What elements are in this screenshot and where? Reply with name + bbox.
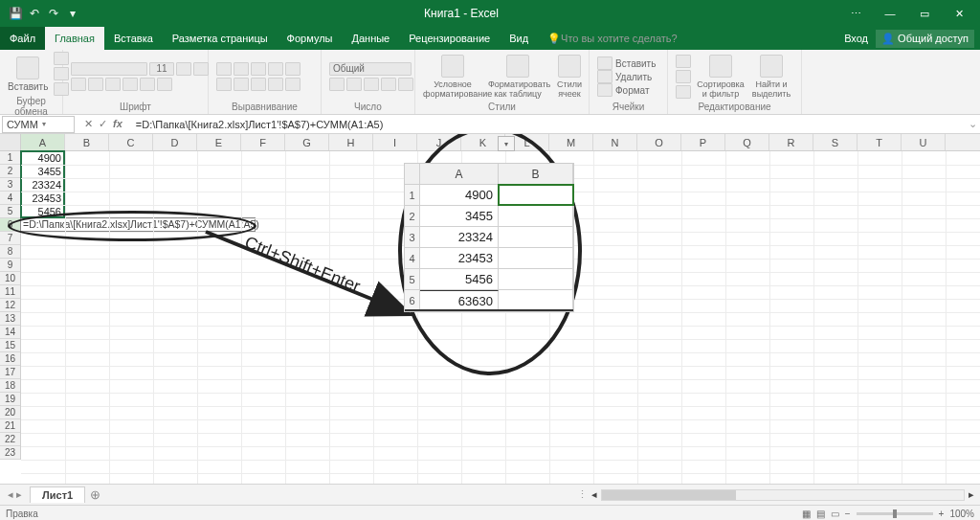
close-button[interactable]: ✕ bbox=[946, 4, 972, 23]
find-select-button[interactable]: Найти и выделить bbox=[750, 55, 792, 99]
row-header[interactable]: 12 bbox=[0, 299, 20, 312]
h-scroll-thumb[interactable] bbox=[602, 490, 736, 500]
row-header[interactable]: 18 bbox=[0, 379, 20, 393]
comma-icon[interactable] bbox=[364, 78, 379, 91]
fill-color-icon[interactable] bbox=[140, 78, 155, 91]
worksheet[interactable]: A B C D E F G H I J K L M N O P Q R S T … bbox=[0, 134, 980, 484]
decrease-decimal-icon[interactable] bbox=[398, 78, 413, 91]
tab-home[interactable]: Главная bbox=[45, 27, 104, 50]
view-page-layout-icon[interactable]: ▤ bbox=[816, 509, 825, 519]
signin-link[interactable]: Вход bbox=[844, 33, 868, 44]
col-header[interactable]: H bbox=[329, 134, 373, 150]
inset-rh[interactable]: 5 bbox=[405, 269, 420, 289]
inset-b2[interactable] bbox=[499, 206, 573, 226]
qat-dropdown-icon[interactable]: ▾ bbox=[65, 6, 80, 21]
clear-icon[interactable] bbox=[676, 85, 691, 99]
save-icon[interactable]: 💾 bbox=[8, 6, 23, 21]
fill-icon[interactable] bbox=[676, 70, 691, 83]
inset-a4[interactable]: 23453 bbox=[420, 248, 499, 268]
view-page-break-icon[interactable]: ▭ bbox=[831, 509, 839, 519]
row-header[interactable]: 22 bbox=[0, 433, 20, 446]
col-header[interactable]: M bbox=[549, 134, 593, 150]
bold-icon[interactable] bbox=[71, 78, 86, 91]
scroll-left-icon[interactable]: ◂ bbox=[591, 488, 597, 501]
cell-styles-button[interactable]: Стили ячеек bbox=[553, 55, 586, 99]
enter-formula-icon[interactable]: ✓ bbox=[99, 118, 107, 130]
number-format-combo[interactable]: Общий bbox=[329, 62, 412, 76]
tab-data[interactable]: Данные bbox=[342, 27, 399, 50]
inset-col-a[interactable]: A bbox=[420, 164, 499, 184]
wrap-text-icon[interactable] bbox=[285, 62, 301, 76]
currency-icon[interactable] bbox=[329, 78, 345, 91]
row-header[interactable]: 20 bbox=[0, 406, 20, 419]
row-header[interactable]: 7 bbox=[0, 232, 20, 245]
increase-decimal-icon[interactable] bbox=[381, 78, 396, 91]
col-header[interactable]: C bbox=[109, 134, 153, 150]
zoom-thumb[interactable] bbox=[893, 509, 897, 518]
cell-a2[interactable]: 3455 bbox=[21, 165, 65, 178]
paste-button[interactable]: Вставить bbox=[8, 57, 48, 92]
inset-a2[interactable]: 3455 bbox=[420, 206, 499, 226]
cell-a1[interactable]: 4900 bbox=[21, 151, 65, 165]
select-all-corner[interactable] bbox=[0, 134, 21, 150]
col-header[interactable]: G bbox=[285, 134, 329, 150]
col-header[interactable]: Q bbox=[725, 134, 769, 150]
cell-a4[interactable]: 23453 bbox=[21, 192, 65, 205]
align-bottom-icon[interactable] bbox=[251, 62, 266, 76]
font-size-combo[interactable]: 11 bbox=[149, 62, 174, 76]
row-header[interactable]: 2 bbox=[0, 165, 20, 178]
row-header[interactable]: 14 bbox=[0, 326, 20, 339]
row-header[interactable]: 11 bbox=[0, 285, 20, 299]
sort-filter-button[interactable]: Сортировка и фильтр bbox=[697, 55, 745, 99]
sheet-tab-active[interactable]: Лист1 bbox=[30, 486, 85, 503]
inset-a3[interactable]: 23324 bbox=[420, 227, 499, 247]
inset-rh[interactable]: 1 bbox=[405, 185, 420, 205]
row-header[interactable]: 10 bbox=[0, 272, 20, 285]
zoom-percent[interactable]: 100% bbox=[949, 509, 974, 519]
align-left-icon[interactable] bbox=[216, 78, 232, 91]
inset-rh[interactable]: 3 bbox=[405, 227, 420, 247]
tab-file[interactable]: Файл bbox=[0, 27, 45, 50]
row-header[interactable]: 16 bbox=[0, 352, 20, 366]
col-header[interactable]: F bbox=[241, 134, 285, 150]
align-middle-icon[interactable] bbox=[234, 62, 249, 76]
row-header[interactable]: 8 bbox=[0, 245, 20, 259]
inset-a6[interactable]: 63630 bbox=[420, 290, 499, 309]
undo-icon[interactable]: ↶ bbox=[27, 6, 42, 21]
cell-a6-editing[interactable]: =D:\Папка\[Книга2.xlsx]Лист1'!$A$7)+СУММ… bbox=[20, 217, 256, 232]
tab-page-layout[interactable]: Разметка страницы bbox=[163, 27, 278, 50]
row-header[interactable]: 13 bbox=[0, 312, 20, 326]
cell-a5[interactable]: 5456 bbox=[21, 205, 65, 218]
row-header[interactable]: 9 bbox=[0, 259, 20, 272]
inset-b1[interactable] bbox=[499, 185, 573, 205]
col-header[interactable]: P bbox=[681, 134, 725, 150]
inset-rh[interactable]: 2 bbox=[405, 206, 420, 226]
row-header[interactable]: 5 bbox=[0, 205, 20, 218]
zoom-out-button[interactable]: − bbox=[845, 509, 851, 519]
name-box[interactable]: СУММ▾ bbox=[2, 116, 75, 133]
col-header[interactable]: N bbox=[593, 134, 637, 150]
col-header[interactable]: S bbox=[813, 134, 858, 150]
border-icon[interactable] bbox=[122, 78, 138, 91]
tell-me-search[interactable]: 💡 Что вы хотите сделать? bbox=[538, 27, 838, 50]
delete-label[interactable]: Удалить bbox=[615, 72, 652, 82]
formula-input[interactable]: =D:\Папка\[Книга2.xlsx]Лист1'!$A$7)+СУММ… bbox=[130, 119, 965, 130]
zoom-slider[interactable] bbox=[857, 512, 933, 515]
row-header[interactable]: 1 bbox=[0, 151, 20, 165]
col-header[interactable]: T bbox=[858, 134, 902, 150]
font-name-combo[interactable] bbox=[71, 62, 147, 76]
tab-insert[interactable]: Вставка bbox=[104, 27, 163, 50]
cancel-formula-icon[interactable]: ✕ bbox=[84, 118, 93, 130]
row-header[interactable]: 19 bbox=[0, 393, 20, 406]
inset-rh[interactable]: 4 bbox=[405, 248, 420, 268]
align-top-icon[interactable] bbox=[216, 62, 232, 76]
row-header[interactable]: 15 bbox=[0, 339, 20, 352]
row-header[interactable]: 4 bbox=[0, 192, 20, 205]
merge-icon[interactable] bbox=[285, 78, 301, 91]
filter-dropdown-icon[interactable]: ▾ bbox=[498, 136, 515, 151]
insert-cells-icon[interactable] bbox=[597, 57, 612, 70]
col-header[interactable]: D bbox=[153, 134, 197, 150]
format-cells-icon[interactable] bbox=[597, 83, 612, 97]
col-header[interactable]: E bbox=[197, 134, 241, 150]
zoom-in-button[interactable]: + bbox=[939, 509, 945, 519]
